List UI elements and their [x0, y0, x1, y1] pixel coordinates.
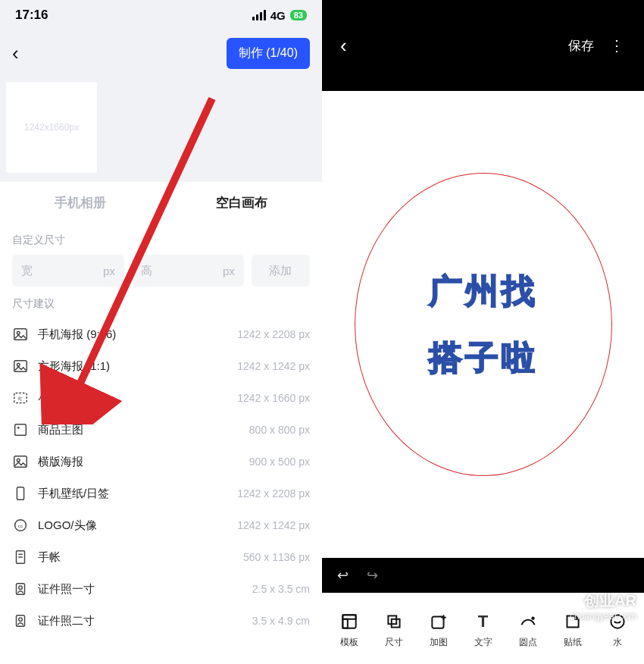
battery-badge: 83	[290, 10, 307, 20]
size-row-name: 方形海报 (1:1)	[38, 359, 110, 374]
size-row-dim: 1242 x 1660 px	[237, 392, 310, 404]
svg-rect-23	[388, 615, 396, 624]
tool-text[interactable]: T文字	[462, 612, 505, 649]
tool-label: 尺寸	[385, 636, 403, 649]
add-size-button[interactable]: 添加	[252, 255, 310, 287]
tab-album[interactable]: 手机相册	[0, 194, 161, 211]
editor-canvas[interactable]: 广州找 搭子啦	[322, 91, 644, 558]
svg-point-7	[17, 427, 20, 429]
svg-rect-24	[391, 619, 399, 627]
size-row-name: 证件照一寸	[38, 582, 95, 597]
canvas-text[interactable]: 广州找 搭子啦	[429, 258, 538, 391]
size-row-icon	[12, 421, 29, 438]
size-row-8[interactable]: 证件照一寸2.5 x 3.5 cm	[12, 573, 310, 605]
redo-icon[interactable]: ↪	[367, 567, 378, 584]
watermark-brand: 创业AR	[584, 592, 636, 609]
canvas-text-line2: 搭子啦	[429, 324, 538, 391]
size-row-0[interactable]: 手机海报 (9:16)1242 x 2208 px	[12, 318, 310, 350]
size-row-dim: 560 x 1136 px	[243, 551, 310, 563]
tool-label: 模板	[340, 636, 358, 649]
svg-point-17	[19, 586, 23, 590]
watermark: 创业AR chuangyear.com	[558, 590, 636, 622]
tool-label: 水	[613, 636, 622, 649]
more-icon[interactable]: ⋮	[609, 36, 626, 55]
svg-rect-6	[15, 424, 27, 436]
width-unit: px	[103, 265, 115, 277]
svg-rect-20	[342, 615, 355, 628]
svg-rect-10	[17, 487, 23, 500]
size-row-dim: 1242 x 2208 px	[237, 328, 310, 340]
selected-thumbnail[interactable]: 1242x1660px	[6, 82, 97, 173]
svg-point-28	[531, 616, 534, 619]
tool-template[interactable]: 模板	[328, 612, 370, 649]
make-button[interactable]: 制作 (1/40)	[227, 38, 310, 69]
size-row-1[interactable]: 方形海报 (1:1)1242 x 1242 px	[12, 350, 310, 382]
size-row-icon	[12, 453, 29, 470]
size-row-4[interactable]: 横版海报900 x 500 px	[12, 446, 310, 478]
svg-point-1	[17, 331, 20, 334]
size-row-icon	[12, 326, 29, 343]
width-input[interactable]: 宽 px	[12, 255, 124, 287]
size-row-6[interactable]: coLOGO/头像1242 x 1242 px	[12, 509, 310, 541]
status-time: 17:16	[15, 8, 48, 23]
height-unit: px	[223, 265, 235, 277]
thumbnail-area: 1242x1660px	[0, 76, 322, 182]
tool-size[interactable]: 尺寸	[373, 612, 415, 649]
size-row-name: LOGO/头像	[38, 518, 97, 533]
height-input[interactable]: 高 px	[132, 255, 244, 287]
size-row-icon	[12, 581, 29, 597]
size-row-icon	[12, 549, 29, 565]
history-bar: ↩ ↪	[322, 558, 644, 593]
editor-back-icon[interactable]: ‹	[340, 34, 347, 58]
size-row-7[interactable]: 手帐560 x 1136 px	[12, 541, 310, 573]
tool-label: 贴纸	[564, 636, 582, 649]
svg-point-9	[17, 459, 20, 462]
size-row-dim: 900 x 500 px	[249, 456, 310, 468]
network-label: 4G	[270, 9, 286, 22]
tab-blank-canvas[interactable]: 空白画布	[161, 194, 323, 211]
size-row-icon	[12, 358, 29, 374]
size-row-2[interactable]: 红小红书配图1242 x 1660 px	[12, 382, 310, 414]
size-row-dim: 1242 x 2208 px	[237, 487, 310, 500]
size-row-dim: 2.5 x 3.5 cm	[252, 583, 310, 595]
watermark-url: chuangyear.com	[570, 611, 636, 622]
tool-label: 文字	[474, 636, 492, 649]
svg-point-3	[17, 363, 20, 366]
size-suggestion-list: 手机海报 (9:16)1242 x 2208 px方形海报 (1:1)1242 …	[0, 318, 322, 637]
width-label: 宽	[21, 264, 33, 278]
size-row-9[interactable]: 证件照二寸3.5 x 4.9 cm	[12, 605, 310, 637]
source-tabs: 手机相册 空白画布	[0, 182, 322, 223]
undo-icon[interactable]: ↩	[337, 567, 349, 584]
tool-label: 圆点	[519, 636, 537, 649]
size-row-name: 商品主图	[38, 423, 83, 437]
svg-rect-0	[14, 329, 27, 340]
size-row-icon	[12, 485, 29, 502]
size-row-5[interactable]: 手机壁纸/日签1242 x 2208 px	[12, 478, 310, 509]
custom-size-heading: 自定义尺寸	[0, 223, 322, 255]
custom-size-row: 宽 px 高 px 添加	[0, 255, 322, 287]
suggest-heading: 尺寸建议	[0, 287, 322, 318]
size-row-name: 手机海报 (9:16)	[38, 327, 116, 342]
size-row-name: 手机壁纸/日签	[38, 487, 109, 501]
svg-rect-8	[14, 456, 27, 468]
watermark-logo-icon	[558, 593, 577, 611]
svg-point-19	[19, 618, 23, 622]
size-row-icon: 红	[12, 390, 29, 406]
status-right: 4G 83	[252, 9, 307, 22]
canvas-text-line1: 广州找	[429, 258, 538, 324]
height-label: 高	[141, 264, 152, 278]
svg-rect-25	[432, 616, 443, 628]
tool-addimg[interactable]: 加图	[417, 612, 460, 649]
svg-text:co: co	[18, 524, 23, 528]
save-button[interactable]: 保存	[568, 37, 594, 55]
right-screen: ‹ 保存 ⋮ 广州找 搭子啦 ↩ ↪ 模板尺寸加图T文字圆点贴纸水 创业AR c…	[322, 0, 644, 664]
size-row-icon	[12, 612, 29, 629]
tool-label: 加图	[430, 636, 448, 649]
size-row-dim: 1242 x 1242 px	[237, 519, 310, 531]
thumb-placeholder: 1242x1660px	[24, 122, 79, 133]
status-bar: 17:16 4G 83	[0, 0, 322, 30]
back-icon[interactable]: ‹	[12, 42, 19, 65]
tool-dot[interactable]: 圆点	[507, 612, 549, 649]
size-row-3[interactable]: 商品主图800 x 800 px	[12, 414, 310, 446]
signal-icon	[252, 10, 266, 20]
